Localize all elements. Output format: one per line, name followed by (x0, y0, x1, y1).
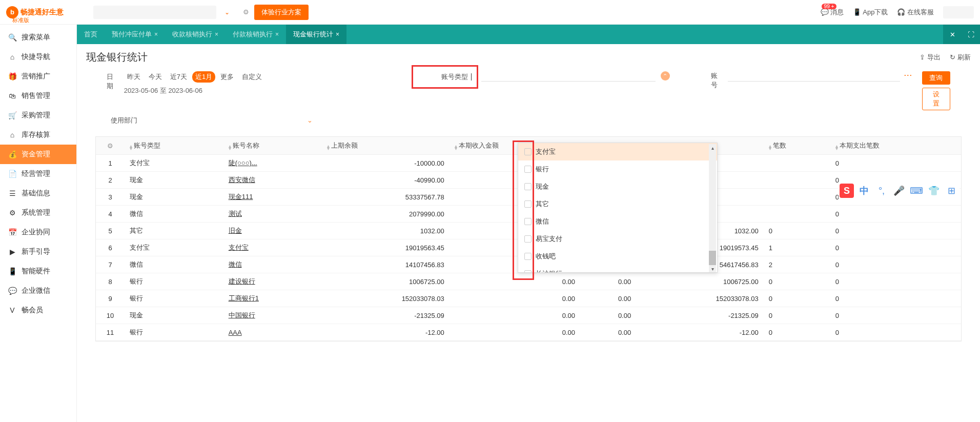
sidebar-item-畅会员[interactable]: V畅会员 (0, 300, 76, 320)
sidebar-item-系统管理[interactable]: ⚙系统管理 (0, 203, 76, 223)
dropdown-option-银行[interactable]: 银行 (518, 160, 717, 178)
industry-plan-button[interactable]: 体验行业方案 (254, 5, 309, 20)
sidebar-item-销售管理[interactable]: 🛍销售管理 (0, 86, 76, 106)
sort-icon[interactable]: ▴▾ (455, 145, 457, 150)
dropdown-option-其它[interactable]: 其它 (518, 195, 717, 213)
account-link[interactable]: 西安微信 (229, 176, 255, 184)
dropdown-option-现金[interactable]: 现金 (518, 178, 717, 195)
col-header[interactable]: ▴▾账号名称 (223, 137, 322, 155)
account-link[interactable]: AAA (229, 329, 242, 336)
account-link[interactable]: 微信 (229, 260, 242, 268)
col-header[interactable]: ▴▾笔数 (764, 137, 830, 155)
sidebar-item-企业微信[interactable]: 💬企业微信 (0, 281, 76, 300)
tab-现金银行统计[interactable]: 现金银行统计× (286, 25, 346, 44)
dropdown-option-收钱吧[interactable]: 收钱吧 (518, 248, 717, 265)
refresh-button[interactable]: ↻刷新 (950, 53, 971, 62)
app-download-link[interactable]: 📱 App下载 (853, 8, 888, 17)
account-no-input[interactable] (728, 71, 900, 82)
ime-lang-icon[interactable]: 中 (857, 184, 871, 198)
sort-icon[interactable]: ▴▾ (327, 145, 330, 150)
scroll-down-icon[interactable]: ▾ (709, 265, 716, 272)
checkbox-icon[interactable] (524, 148, 532, 155)
customer-service-link[interactable]: 🎧 在线客服 (897, 8, 934, 17)
sidebar-item-采购管理[interactable]: 🛒采购管理 (0, 106, 76, 125)
messages-link[interactable]: 💬 消息 99 + (821, 8, 844, 17)
account-type-collapse-icon[interactable]: ⌃ (661, 71, 670, 81)
col-header[interactable]: ▴▾上期余额 (322, 137, 449, 155)
account-link[interactable]: 测试 (229, 210, 242, 217)
tab-close-icon[interactable]: × (336, 31, 339, 38)
checkbox-icon[interactable] (524, 235, 532, 243)
checkbox-icon[interactable] (524, 270, 532, 273)
scroll-up-icon[interactable]: ▴ (709, 144, 716, 151)
sidebar-item-经营管理[interactable]: 📄经营管理 (0, 164, 76, 184)
col-header[interactable]: ▴▾账号类型 (125, 137, 223, 155)
query-button[interactable]: 查询 (922, 71, 950, 85)
dropdown-option-易宝支付[interactable]: 易宝支付 (518, 230, 717, 248)
ime-sogou-icon[interactable]: S (840, 184, 854, 198)
account-link[interactable]: 建设银行 (229, 277, 255, 285)
sidebar-item-营销推广[interactable]: 🎁营销推广 (0, 67, 76, 86)
account-link[interactable]: 中国银行 (229, 311, 255, 319)
date-chip-更多[interactable]: 更多 (217, 71, 237, 83)
sort-icon[interactable]: ▴▾ (130, 145, 132, 150)
checkbox-icon[interactable] (524, 166, 532, 173)
sidebar-item-资金管理[interactable]: 💰资金管理 (0, 145, 76, 164)
settings-button[interactable]: 设置 (922, 88, 950, 110)
sort-icon[interactable]: ▴▾ (769, 145, 771, 150)
checkbox-icon[interactable] (524, 183, 532, 190)
ime-keyboard-icon[interactable]: ⌨ (909, 184, 924, 198)
dropdown-option-长沙银行[interactable]: 长沙银行 (518, 265, 717, 273)
user-avatar[interactable] (943, 6, 974, 18)
settings-gear-icon[interactable]: ⚙ (243, 8, 249, 16)
dropdown-option-微信[interactable]: 微信 (518, 213, 717, 230)
sort-icon[interactable]: ▴▾ (835, 145, 838, 150)
dropdown-scrollbar[interactable]: ▴ ▾ (709, 144, 716, 272)
account-link[interactable]: 旧金 (229, 227, 242, 234)
sidebar-item-快捷导航[interactable]: ⌂快捷导航 (0, 47, 76, 67)
ime-mic-icon[interactable]: 🎤 (892, 184, 906, 198)
sidebar-item-智能硬件[interactable]: 📱智能硬件 (0, 262, 76, 281)
date-chip-近1月[interactable]: 近1月 (192, 71, 215, 83)
sort-icon[interactable]: ▴▾ (229, 145, 231, 150)
col-header[interactable]: ▴▾本期支出笔数 (830, 137, 961, 155)
dept-select[interactable]: ⌄ (141, 115, 316, 125)
checkbox-icon[interactable] (524, 200, 532, 208)
ime-skin-icon[interactable]: 👕 (927, 184, 941, 198)
sidebar-item-新手引导[interactable]: ▶新手引导 (0, 242, 76, 262)
date-chip-自定义[interactable]: 自定义 (239, 71, 265, 83)
date-chip-近7天[interactable]: 近7天 (167, 71, 190, 83)
tab-close-icon[interactable]: × (275, 31, 279, 38)
tab-付款核销执行[interactable]: 付款核销执行× (226, 25, 286, 44)
company-caret-icon[interactable]: ⌄ (224, 9, 230, 16)
tab-预付冲应付单[interactable]: 预付冲应付单× (105, 25, 165, 44)
account-link[interactable]: 现金111 (229, 193, 253, 200)
checkbox-icon[interactable] (524, 253, 532, 260)
sidebar-item-搜索菜单[interactable]: 🔍搜索菜单 (0, 28, 76, 47)
company-selector[interactable] (93, 6, 216, 19)
account-link[interactable]: 支付宝 (229, 244, 249, 251)
scroll-thumb[interactable] (709, 251, 716, 265)
tab-expand-button[interactable]: ⛶ (962, 25, 980, 44)
export-button[interactable]: ⇪导出 (920, 53, 941, 62)
tab-close-all-button[interactable]: ✕ (943, 25, 962, 44)
more-filters-icon[interactable]: ··· (904, 71, 913, 79)
dropdown-option-支付宝[interactable]: 支付宝 (518, 143, 717, 160)
ime-toolbox-icon[interactable]: ⊞ (944, 184, 958, 198)
table-settings-icon[interactable]: ⚙ (96, 137, 125, 155)
sidebar-item-企业协同[interactable]: 📅企业协同 (0, 223, 76, 242)
account-link[interactable]: 陡(○○○)... (229, 159, 257, 167)
cell-prev: 1006725.00 (322, 273, 449, 290)
tab-close-icon[interactable]: × (154, 31, 158, 38)
date-chip-今天[interactable]: 今天 (146, 71, 165, 83)
ime-punct-icon[interactable]: °, (874, 184, 889, 198)
sidebar-item-库存核算[interactable]: ⌂库存核算 (0, 125, 76, 145)
account-link[interactable]: 工商银行1 (229, 294, 259, 302)
tab-首页[interactable]: 首页 (77, 25, 105, 44)
date-chip-昨天[interactable]: 昨天 (124, 71, 144, 83)
tab-close-icon[interactable]: × (215, 31, 218, 38)
sidebar-item-基础信息[interactable]: ☰基础信息 (0, 184, 76, 203)
account-type-input[interactable] (481, 71, 656, 82)
checkbox-icon[interactable] (524, 218, 532, 225)
tab-收款核销执行[interactable]: 收款核销执行× (165, 25, 226, 44)
